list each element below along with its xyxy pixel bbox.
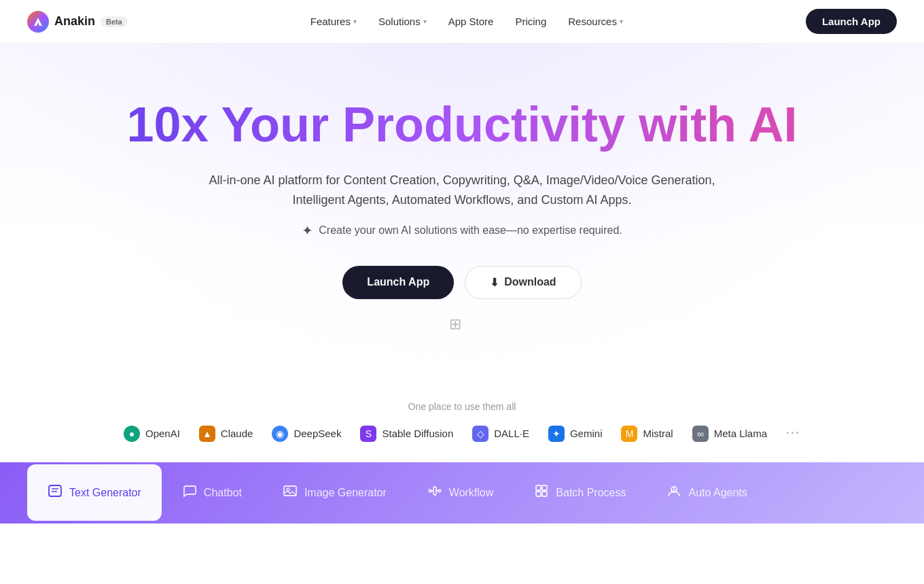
- tab-batch-process-label: Batch Process: [556, 487, 626, 499]
- chevron-down-icon: ▾: [620, 18, 623, 25]
- navbar: Anakin Beta Features ▾ Solutions ▾ App S…: [0, 0, 924, 44]
- openai-icon: ●: [124, 426, 140, 442]
- svg-point-13: [673, 489, 675, 491]
- meta-llama-icon: ∞: [692, 426, 709, 442]
- nav-pricing[interactable]: Pricing: [515, 16, 546, 27]
- beta-badge: Beta: [101, 16, 128, 27]
- chevron-down-icon: ▾: [423, 18, 427, 25]
- model-dalle: ◇ DALL·E: [472, 426, 529, 442]
- tab-text-generator[interactable]: Text Generator: [27, 464, 162, 521]
- tab-text-generator-label: Text Generator: [69, 487, 141, 499]
- nav-brand-area: Anakin Beta: [27, 11, 128, 33]
- nav-solutions[interactable]: Solutions ▾: [378, 16, 427, 27]
- svg-rect-8: [536, 485, 541, 490]
- nav-app-store[interactable]: App Store: [448, 16, 494, 27]
- sparkle-icon: ✦: [302, 222, 313, 239]
- models-list: ● OpenAI ▲ Claude ◉ DeepSeek S Stable Di…: [14, 426, 910, 442]
- download-button[interactable]: ⬇ Download: [465, 266, 581, 299]
- nav-resources[interactable]: Resources ▾: [568, 16, 623, 27]
- claude-icon: ▲: [199, 426, 215, 442]
- anakin-logo: [27, 11, 49, 33]
- launch-app-button-nav[interactable]: Launch App: [806, 9, 897, 34]
- model-meta-llama: ∞ Meta Llama: [692, 426, 767, 442]
- hero-title: 10x Your Productivity with AI: [14, 98, 910, 152]
- tab-chatbot[interactable]: Chatbot: [162, 464, 262, 521]
- nav-features[interactable]: Features ▾: [310, 16, 357, 27]
- models-label: One place to use them all: [14, 401, 910, 412]
- launch-app-button-hero[interactable]: Launch App: [342, 266, 454, 299]
- hero-tagline: ✦ Create your own AI solutions with ease…: [14, 222, 910, 239]
- deepseek-icon: ◉: [272, 426, 288, 442]
- model-gemini: ✦ Gemini: [548, 426, 603, 442]
- image-generator-icon: [283, 483, 298, 502]
- hero-cta-buttons: Launch App ⬇ Download: [14, 266, 910, 299]
- model-claude: ▲ Claude: [199, 426, 253, 442]
- platform-icons-row: ⊞: [14, 315, 910, 333]
- more-models-dots: ···: [786, 426, 800, 441]
- workflow-icon: [427, 483, 442, 502]
- model-stable-diffusion: S Stable Diffusion: [360, 426, 453, 442]
- dalle-icon: ◇: [472, 426, 488, 442]
- tab-auto-agents-label: Auto Agents: [688, 487, 747, 499]
- gemini-icon: ✦: [548, 426, 565, 442]
- svg-rect-10: [536, 492, 541, 496]
- nav-actions: Launch App: [806, 9, 897, 34]
- mistral-icon: M: [621, 426, 637, 442]
- chevron-down-icon: ▾: [353, 18, 357, 25]
- stable-diffusion-icon: S: [360, 426, 376, 442]
- brand-name: Anakin: [54, 14, 95, 29]
- tab-chatbot-label: Chatbot: [204, 487, 242, 499]
- auto-agents-icon: [667, 483, 681, 502]
- batch-process-icon: [534, 483, 549, 502]
- hero-content: 10x Your Productivity with AI All-in-one…: [14, 98, 910, 333]
- hero-subtitle: All-in-one AI platform for Content Creat…: [204, 171, 720, 210]
- nav-menu: Features ▾ Solutions ▾ App Store Pricing…: [310, 16, 623, 27]
- chatbot-icon: [182, 483, 197, 502]
- tab-workflow-label: Workflow: [449, 487, 494, 499]
- model-openai: ● OpenAI: [124, 426, 180, 442]
- download-icon: ⬇: [490, 276, 499, 289]
- svg-rect-1: [49, 485, 61, 496]
- feature-tabs: Text Generator Chatbot Image Generator: [0, 462, 924, 523]
- model-deepseek: ◉ DeepSeek: [272, 426, 341, 442]
- tab-auto-agents[interactable]: Auto Agents: [646, 464, 767, 521]
- tab-batch-process[interactable]: Batch Process: [514, 464, 646, 521]
- svg-rect-9: [542, 485, 547, 490]
- text-generator-icon: [48, 483, 63, 502]
- tab-image-generator-label: Image Generator: [304, 487, 387, 499]
- svg-rect-11: [542, 492, 547, 496]
- models-section: One place to use them all ● OpenAI ▲ Cla…: [0, 374, 924, 462]
- model-mistral: M Mistral: [621, 426, 673, 442]
- hero-section: 10x Your Productivity with AI All-in-one…: [0, 44, 924, 374]
- tab-workflow[interactable]: Workflow: [407, 464, 514, 521]
- windows-icon: ⊞: [449, 315, 461, 333]
- tab-image-generator[interactable]: Image Generator: [262, 464, 407, 521]
